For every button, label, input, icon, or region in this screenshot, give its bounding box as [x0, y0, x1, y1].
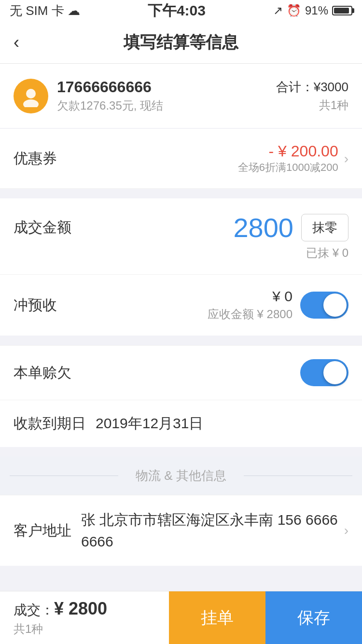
- bottom-amount-row: 成交：¥ 2800: [14, 599, 155, 619]
- status-time: 下午4:03: [148, 1, 206, 21]
- alarm-icon: ⏰: [287, 4, 301, 17]
- customer-card: 17666666666 欠款1276.35元, 现结 合计：¥3000 共1种: [0, 64, 362, 128]
- bottom-summary: 成交：¥ 2800 共1种: [0, 599, 169, 637]
- debt-toggle[interactable]: [300, 359, 348, 386]
- duedate-section: 收款到期日 2019年12月31日: [0, 400, 362, 447]
- duedate-row: 收款到期日 2019年12月31日: [14, 414, 348, 434]
- customer-info: 17666666666 欠款1276.35元, 现结: [14, 78, 163, 113]
- address-chevron-icon: ›: [344, 523, 348, 538]
- amount-label: 成交金额: [14, 218, 71, 238]
- avatar: [14, 79, 48, 113]
- prepay-row: 冲预收 ¥ 0 应收金额 ¥ 2800: [14, 288, 348, 322]
- header: ‹ 填写结算等信息: [0, 21, 362, 64]
- prepay-amount: ¥ 0: [208, 288, 292, 305]
- customer-sub: 欠款1276.35元, 现结: [57, 98, 163, 113]
- divider-2: [0, 336, 362, 345]
- bottom-bar: 成交：¥ 2800 共1种 挂单 保存: [0, 591, 362, 644]
- coupon-right: - ¥ 200.00 全场6折满1000减200 ›: [238, 142, 348, 175]
- chevron-right-icon: ›: [344, 151, 348, 167]
- address-section[interactable]: 客户地址 张 北京市市辖区海淀区永丰南 156 6666 6666 ›: [0, 495, 362, 566]
- customer-text: 17666666666 欠款1276.35元, 现结: [57, 78, 163, 113]
- prepay-section: 冲预收 ¥ 0 应收金额 ¥ 2800: [0, 274, 362, 336]
- bottom-amount: ¥ 2800: [54, 599, 107, 618]
- coupon-desc: 全场6折满1000减200: [238, 160, 338, 175]
- prepay-value-group: ¥ 0 应收金额 ¥ 2800: [208, 288, 292, 322]
- customer-phone: 17666666666: [57, 78, 163, 96]
- svg-point-0: [26, 89, 36, 98]
- battery-percent: 91%: [305, 4, 328, 17]
- total-info: 合计：¥3000 共1种: [276, 79, 348, 113]
- coupon-label: 优惠券: [14, 149, 57, 168]
- prepay-right: ¥ 0 应收金额 ¥ 2800: [208, 288, 348, 322]
- coupon-section[interactable]: 优惠券 - ¥ 200.00 全场6折满1000减200 ›: [0, 129, 362, 189]
- logistics-line-right: [244, 476, 352, 476]
- toggle-thumb: [323, 294, 347, 317]
- amount-value: 2800: [233, 212, 293, 243]
- page-title: 填写结算等信息: [124, 31, 238, 54]
- logistics-divider: 物流 & 其他信息: [0, 457, 362, 495]
- address-value: 张 北京市市辖区海淀区永丰南 156 6666 6666: [81, 509, 344, 552]
- duedate-label: 收款到期日: [14, 414, 86, 434]
- bottom-summary-label: 成交：: [14, 602, 54, 617]
- logistics-line-left: [10, 476, 118, 476]
- amount-sub: 已抹 ¥ 0: [14, 245, 348, 261]
- divider-1: [0, 189, 362, 198]
- sim-status: 无 SIM 卡 ☁: [10, 2, 80, 19]
- back-button[interactable]: ‹: [14, 32, 19, 53]
- battery-icon: [332, 6, 352, 15]
- save-button[interactable]: 保存: [265, 591, 362, 644]
- prepay-label: 冲预收: [14, 295, 57, 315]
- bottom-count: 共1种: [14, 621, 155, 637]
- coupon-amount: - ¥ 200.00: [238, 142, 338, 160]
- status-left: 无 SIM 卡 ☁: [10, 2, 80, 19]
- round-button[interactable]: 抹零: [301, 214, 348, 241]
- logistics-text: 物流 & 其他信息: [136, 467, 226, 484]
- location-icon: ↗: [273, 4, 283, 17]
- amount-row: 成交金额 2800 抹零: [14, 212, 348, 243]
- svg-point-1: [23, 99, 39, 107]
- hang-button[interactable]: 挂单: [169, 591, 265, 644]
- debt-section: 本单赊欠: [0, 345, 362, 400]
- address-label: 客户地址: [14, 521, 71, 541]
- debt-label: 本单赊欠: [14, 363, 71, 383]
- amount-right: 2800 抹零: [233, 212, 348, 243]
- prepay-toggle[interactable]: [300, 292, 348, 319]
- status-bar: 无 SIM 卡 ☁ 下午4:03 ↗ ⏰ 91%: [0, 0, 362, 21]
- total-count: 共1种: [276, 98, 348, 113]
- prepay-sub: 应收金额 ¥ 2800: [208, 307, 292, 322]
- total-amount: 合计：¥3000: [276, 79, 348, 96]
- amount-section: 成交金额 2800 抹零 已抹 ¥ 0: [0, 198, 362, 274]
- duedate-value: 2019年12月31日: [96, 414, 203, 434]
- status-right: ↗ ⏰ 91%: [273, 4, 352, 17]
- debt-toggle-thumb: [323, 361, 347, 384]
